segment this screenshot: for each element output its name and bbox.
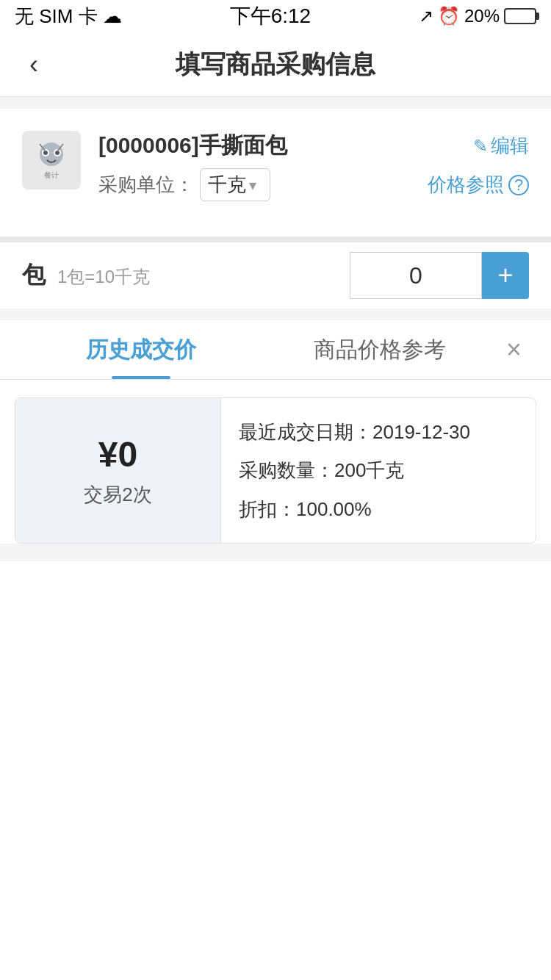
product-name-row: [0000006]手撕面包 ✎ 编辑 [98,131,529,161]
unit-select-dropdown[interactable]: 千克 ▾ [200,168,270,201]
price-ref-label: 价格参照 [428,172,504,198]
status-left: 无 SIM 卡 ☁ [15,4,122,29]
purchase-unit-label: 采购单位： [98,172,194,198]
brand-logo-icon: 餐计 [29,138,73,182]
location-icon: ↗ [419,6,433,26]
quantity-right: 0 + [350,252,529,299]
status-time: 下午6:12 [230,2,311,30]
status-bar: 无 SIM 卡 ☁ 下午6:12 ↗ ⏰ 20% [0,0,551,32]
tab-product-price[interactable]: 商品价格参考 [260,320,498,379]
svg-text:餐计: 餐计 [44,171,59,179]
quantity-row: 包 1包=10千克 0 + [0,242,551,309]
trade-count: 交易2次 [84,482,151,508]
price-ref-button[interactable]: 价格参照 ? [428,172,529,198]
quantity-left: 包 1包=10千克 [22,259,150,292]
unit-selector-group: 采购单位： 千克 ▾ [98,168,270,201]
discount-row: 折扣：100.00% [239,496,518,522]
tab-history-price[interactable]: 历史成交价 [22,320,260,379]
trade-price-summary: ¥0 交易2次 [15,398,221,543]
purchase-qty-label: 采购数量： [239,459,334,481]
trade-card: ¥0 交易2次 最近成交日期：2019-12-30 采购数量：200千克 折扣：… [15,397,536,544]
battery-percent: 20% [464,6,500,26]
tab-product-price-label: 商品价格参考 [314,335,446,365]
nav-bar: ‹ 填写商品采购信息 [0,32,551,97]
quantity-plus-button[interactable]: + [482,252,529,299]
tab-history-price-label: 历史成交价 [86,335,196,365]
back-button[interactable]: ‹ [22,42,46,87]
tab-close-button[interactable]: × [499,327,529,372]
discount-value: 100.00% [296,498,372,520]
quantity-input[interactable]: 0 [350,252,482,299]
product-logo: 餐计 [22,131,81,190]
battery-body [504,8,536,24]
product-info: [0000006]手撕面包 ✎ 编辑 采购单位： 千克 ▾ 价格参照 ? [98,131,529,201]
battery-indicator [504,8,536,24]
recent-date-label: 最近成交日期： [239,421,372,443]
price-ref-help-icon: ? [508,175,529,195]
discount-label: 折扣： [239,498,296,520]
trade-details: 最近成交日期：2019-12-30 采购数量：200千克 折扣：100.00% [221,398,536,543]
unit-value: 千克 [208,172,246,198]
bottom-space [0,561,551,980]
dropdown-arrow-icon: ▾ [249,176,256,194]
purchase-unit-row: 采购单位： 千克 ▾ 价格参照 ? [98,168,529,201]
edit-icon: ✎ [473,136,488,156]
quantity-unit-label: 包 [22,259,46,292]
product-name: [0000006]手撕面包 [98,131,287,161]
battery-tip [536,12,539,20]
edit-button[interactable]: ✎ 编辑 [473,133,529,159]
alarm-icon: ⏰ [438,6,460,26]
section-divider [0,237,551,242]
product-header: 餐计 [0000006]手撕面包 ✎ 编辑 采购单位： 千克 ▾ [22,131,529,201]
price-symbol: ¥ [98,435,118,474]
status-right: ↗ ⏰ 20% [419,6,536,26]
purchase-qty-value: 200千克 [334,459,404,481]
product-card: 餐计 [0000006]手撕面包 ✎ 编辑 采购单位： 千克 ▾ [0,109,551,237]
page-title: 填写商品采购信息 [176,48,375,82]
recent-date-value: 2019-12-30 [372,421,470,443]
quantity-hint: 1包=10千克 [57,265,150,289]
price-value: 0 [118,435,138,474]
recent-date-row: 最近成交日期：2019-12-30 [239,419,518,445]
trade-price: ¥0 [98,434,137,475]
purchase-qty-row: 采购数量：200千克 [239,457,518,483]
tab-bar: 历史成交价 商品价格参考 × [0,320,551,380]
edit-label: 编辑 [491,133,529,159]
tab-section: 历史成交价 商品价格参考 × ¥0 交易2次 最近成交日期：2019-12-30… [0,320,551,544]
